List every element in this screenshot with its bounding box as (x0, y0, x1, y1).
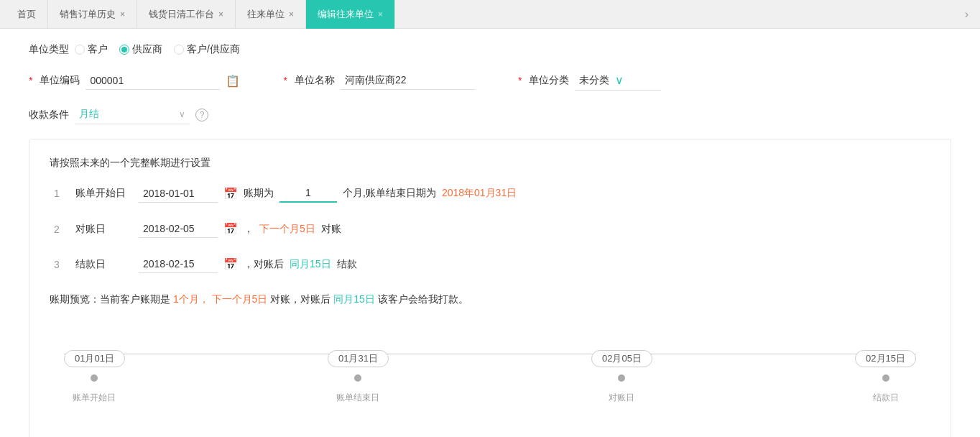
row-num-2: 2 (50, 224, 64, 235)
timeline-label-2: 01月31日 (328, 350, 389, 367)
preview-text: 账期预览：当前客户账期是 1个月， 下一个月5日 对账，对账后 同月15日 该客… (50, 290, 930, 308)
timeline-dot-3 (618, 374, 625, 382)
row-label-3: 结款日 (75, 258, 127, 271)
unit-name-required: * (283, 75, 287, 86)
timeline-dot-2 (354, 374, 361, 382)
unit-category-dropdown[interactable]: 未分类 ∨ (575, 70, 661, 91)
timeline-point-3: 02月05日 对账日 (591, 350, 652, 404)
payment-suffix-pre: ，对账后 (244, 258, 284, 271)
tab-cash-work-label: 钱货日清工作台 (149, 8, 214, 21)
section-title: 请按照未来的一个完整帐期进行设置 (50, 157, 930, 170)
preview-mid1: 下一个月5日 (212, 293, 268, 305)
row-value-2: 📅 ，下一个月5日 对账 (139, 220, 341, 238)
radio-customer-label: 客户 (88, 43, 108, 56)
period-value-input[interactable] (279, 184, 337, 203)
unit-code-input[interactable] (85, 72, 220, 90)
row-value-3: 📅 ，对账后 同月15日 结款 (139, 255, 357, 273)
start-date-calendar-icon[interactable]: 📅 (223, 187, 238, 201)
unit-type-radio-group: 客户 供应商 客户/供应商 (75, 43, 240, 56)
tab-partner-close[interactable]: × (289, 9, 294, 19)
preview-highlight1: 1个月， (173, 293, 209, 305)
payment-date-calendar-icon[interactable]: 📅 (223, 257, 238, 271)
tab-edit-partner-label: 编辑往来单位 (318, 8, 374, 21)
unit-name-label: 单位名称 (295, 74, 335, 87)
unit-code-required: * (29, 75, 32, 86)
payment-same-month-label: 同月15日 (290, 258, 331, 271)
radio-supplier-circle (119, 45, 129, 55)
main-content: 单位类型 客户 供应商 客户/供应商 * 单位编码 (0, 29, 980, 437)
tab-sales-history[interactable]: 销售订单历史 × (48, 0, 137, 29)
timeline-point-1: 01月01日 账单开始日 (64, 350, 125, 404)
unit-name-input[interactable] (341, 72, 475, 90)
payment-term-field: 收款条件 月结 ∨ ? (29, 105, 208, 124)
timeline-label-3: 02月05日 (591, 350, 652, 367)
unit-type-label: 单位类型 (29, 43, 69, 56)
data-row-2: 2 对账日 📅 ，下一个月5日 对账 (50, 220, 930, 238)
tab-partner[interactable]: 往来单位 × (236, 0, 306, 29)
preview-prefix: 账期预览：当前客户账期是 (50, 293, 170, 305)
reconcile-date-input[interactable] (139, 220, 218, 238)
tab-partner-label: 往来单位 (247, 8, 285, 21)
payment-term-row: 收款条件 月结 ∨ ? (29, 105, 951, 124)
timeline-desc-3: 对账日 (609, 392, 634, 404)
timeline-dot-1 (91, 374, 98, 382)
unit-code-field: * 单位编码 📋 (29, 72, 240, 90)
tab-edit-partner[interactable]: 编辑往来单位 × (306, 0, 395, 29)
row-label-2: 对账日 (75, 223, 127, 236)
unit-info-row: * 单位编码 📋 * 单位名称 * 单位分类 未分类 ∨ (29, 70, 951, 91)
unit-category-arrow-icon: ∨ (615, 73, 624, 87)
period-prefix-label: 账期为 (244, 187, 274, 200)
timeline-wrapper: 01月01日 账单开始日 01月31日 账单结束日 02月05日 (50, 328, 930, 426)
unit-category-value: 未分类 (579, 74, 609, 87)
data-row-1: 1 账单开始日 📅 账期为 个月,账单结束日期为 2018年01月31日 (50, 184, 930, 203)
data-row-3: 3 结款日 📅 ，对账后 同月15日 结款 (50, 255, 930, 273)
unit-category-field: * 单位分类 未分类 ∨ (518, 70, 661, 91)
tab-cash-work-close[interactable]: × (218, 9, 223, 19)
timeline-desc-1: 账单开始日 (73, 392, 116, 404)
timeline-label-1: 01月01日 (64, 350, 125, 367)
tab-sales-history-close[interactable]: × (120, 9, 125, 19)
row-value-1: 📅 账期为 个月,账单结束日期为 2018年01月31日 (139, 184, 517, 203)
tab-home-label: 首页 (17, 8, 36, 21)
end-date-display: 2018年01月31日 (442, 187, 517, 200)
payment-date-input[interactable] (139, 255, 218, 273)
radio-both[interactable]: 客户/供应商 (174, 43, 240, 56)
radio-supplier-label: 供应商 (132, 43, 162, 56)
tab-cash-work[interactable]: 钱货日清工作台 × (137, 0, 236, 29)
radio-customer[interactable]: 客户 (75, 43, 108, 56)
row-num-3: 3 (50, 259, 64, 270)
payment-term-dropdown[interactable]: 月结 ∨ (75, 105, 190, 124)
payment-term-arrow-icon: ∨ (179, 109, 185, 119)
period-section: 请按照未来的一个完整帐期进行设置 1 账单开始日 📅 账期为 个月,账单结束日期… (29, 139, 951, 437)
radio-supplier[interactable]: 供应商 (119, 43, 162, 56)
reconcile-date-calendar-icon[interactable]: 📅 (223, 222, 238, 236)
unit-type-field: 单位类型 客户 供应商 客户/供应商 (29, 43, 240, 56)
period-suffix-label: 个月,账单结束日期为 (343, 187, 436, 200)
payment-term-label: 收款条件 (29, 109, 69, 121)
timeline-label-4: 02月15日 (855, 350, 916, 367)
tab-bar: 首页 销售订单历史 × 钱货日清工作台 × 往来单位 × 编辑往来单位 × › (0, 0, 980, 29)
row-label-1: 账单开始日 (75, 187, 127, 200)
row-num-1: 1 (50, 188, 64, 199)
tab-sales-history-label: 销售订单历史 (60, 8, 116, 21)
payment-suffix-post: 结款 (337, 258, 357, 271)
timeline-desc-4: 结款日 (873, 392, 899, 404)
timeline-dot-4 (882, 374, 889, 382)
start-date-input[interactable] (139, 185, 218, 203)
copy-icon[interactable]: 📋 (226, 74, 240, 88)
tab-more-button[interactable]: › (959, 8, 974, 21)
preview-highlight2: 同月15日 (333, 293, 375, 305)
radio-both-circle (174, 45, 184, 55)
timeline-point-2: 01月31日 账单结束日 (328, 350, 389, 404)
help-icon[interactable]: ? (195, 109, 208, 121)
timeline-desc-2: 账单结束日 (336, 392, 379, 404)
unit-category-required: * (518, 75, 522, 86)
timeline-point-4: 02月15日 结款日 (855, 350, 916, 404)
preview-mid2: 对账，对账后 (270, 293, 330, 305)
radio-customer-circle (75, 45, 85, 55)
payment-term-value: 月结 (79, 108, 173, 121)
tab-home[interactable]: 首页 (6, 0, 48, 29)
reconcile-suffix-post: 对账 (321, 223, 341, 236)
unit-type-row: 单位类型 客户 供应商 客户/供应商 (29, 43, 951, 56)
tab-edit-partner-close[interactable]: × (378, 9, 383, 19)
